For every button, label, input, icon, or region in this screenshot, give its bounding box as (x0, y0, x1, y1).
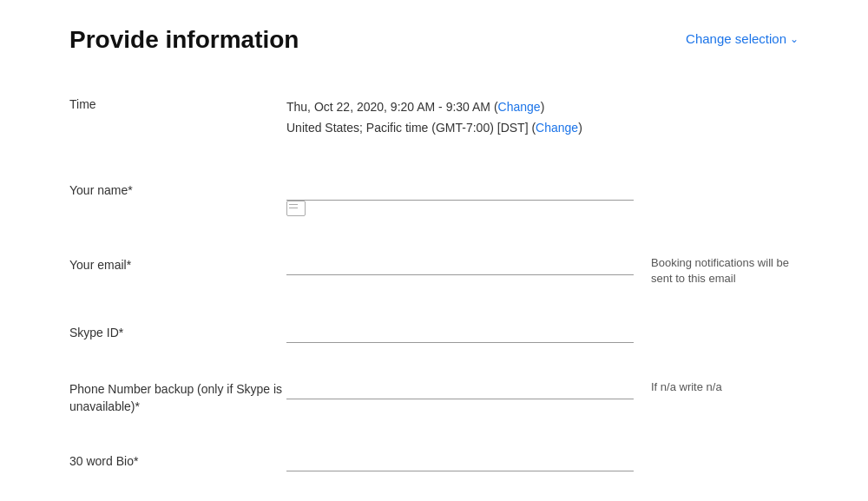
name-field-wrapper (286, 175, 634, 219)
phone-hint: If n/a write n/a (651, 374, 722, 395)
name-input[interactable] (286, 175, 634, 201)
time-change-link-2[interactable]: Change (536, 121, 578, 135)
form: Time Thu, Oct 22, 2020, 9:20 AM - 9:30 A… (69, 89, 799, 501)
phone-input[interactable] (286, 374, 634, 399)
change-selection-label: Change selection (686, 31, 786, 46)
bio-row: 30 word Bio* (69, 431, 799, 487)
time-row: Time Thu, Oct 22, 2020, 9:20 AM - 9:30 A… (69, 89, 799, 160)
time-label: Time (69, 97, 286, 111)
email-field-wrapper (286, 250, 634, 275)
skype-input[interactable] (286, 318, 634, 343)
bio-input[interactable] (286, 446, 634, 471)
contact-card-icon[interactable] (286, 201, 306, 216)
struggle-row: What is your biggest struggle right now?… (69, 487, 799, 501)
change-selection-button[interactable]: Change selection ⌄ (686, 26, 799, 46)
email-row: Your email* Booking notifications will b… (69, 234, 799, 302)
skype-field-wrapper (286, 318, 634, 343)
page-title: Provide information (69, 26, 299, 54)
time-line2-paren-close: ) (578, 121, 582, 135)
phone-field-wrapper (286, 374, 634, 399)
email-label: Your email* (69, 250, 286, 274)
time-details: Thu, Oct 22, 2020, 9:20 AM - 9:30 AM (Ch… (286, 97, 799, 139)
skype-label: Skype ID* (69, 318, 286, 342)
time-line2-text: United States; Pacific time (GMT-7:00) [… (286, 121, 529, 135)
name-row: Your name* (69, 160, 799, 234)
bio-field-wrapper (286, 446, 634, 471)
phone-label: Phone Number backup (only if Skype is un… (69, 374, 286, 415)
skype-row: Skype ID* (69, 302, 799, 359)
time-line1-paren-close: ) (541, 100, 545, 114)
time-change-link-1[interactable]: Change (498, 100, 541, 114)
email-input[interactable] (286, 250, 634, 275)
chevron-down-icon: ⌄ (790, 33, 799, 45)
time-line-2: United States; Pacific time (GMT-7:00) [… (286, 118, 799, 139)
time-line1-text: Thu, Oct 22, 2020, 9:20 AM - 9:30 AM (286, 100, 490, 114)
email-hint: Booking notifications will be sent to th… (651, 250, 790, 287)
name-label: Your name* (69, 175, 286, 200)
time-line-1: Thu, Oct 22, 2020, 9:20 AM - 9:30 AM (Ch… (286, 97, 799, 118)
bio-label: 30 word Bio* (69, 446, 286, 471)
page-container: Provide information Change selection ⌄ T… (0, 0, 868, 501)
phone-row: Phone Number backup (only if Skype is un… (69, 359, 799, 431)
header: Provide information Change selection ⌄ (69, 17, 799, 54)
